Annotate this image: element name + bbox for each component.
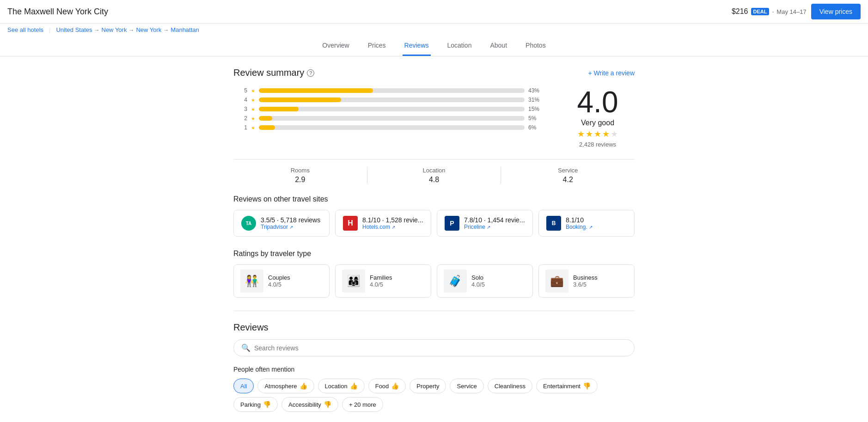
bar-fill-1 xyxy=(259,125,275,130)
breadcrumb-divider: | xyxy=(49,26,50,33)
overall-rating: 4.0 Very good ★ ★ ★ ★ ★ 2,428 reviews xyxy=(561,87,635,148)
svg-text:TA: TA xyxy=(246,221,252,226)
couples-card[interactable]: 👫 Couples 4.0/5 xyxy=(233,264,330,298)
chip-accessibility[interactable]: Accessibility 👎 xyxy=(281,397,338,412)
chip-service[interactable]: Service xyxy=(450,379,483,393)
tab-reviews[interactable]: Reviews xyxy=(403,36,431,56)
families-card[interactable]: 👨‍👩‍👧 Families 4.0/5 xyxy=(335,264,431,298)
chip-entertainment[interactable]: Entertainment 👎 xyxy=(536,379,598,393)
solo-info: Solo 4.0/5 xyxy=(471,274,485,288)
breadcrumb: See all hotels | United States → New Yor… xyxy=(0,24,868,36)
couples-img: 👫 xyxy=(240,269,263,293)
header-right: $216 DEAL · May 14–17 View prices xyxy=(732,4,861,19)
overall-score: 4.0 xyxy=(561,87,635,117)
price-section: $216 DEAL · May 14–17 xyxy=(732,7,807,16)
star-empty-1: ★ xyxy=(611,129,618,139)
bar-container-3 xyxy=(259,107,525,111)
star-1: ★ xyxy=(251,125,255,130)
bar-container-5 xyxy=(259,88,525,93)
rating-bars: 5 ★ 43% 4 ★ 31% 3 ★ xyxy=(233,87,542,134)
tab-prices[interactable]: Prices xyxy=(366,36,388,56)
traveler-types-list: 👫 Couples 4.0/5 👨‍👩‍👧 Families 4.0/5 🧳 S… xyxy=(233,264,635,298)
sub-rating-rooms: Rooms 2.9 xyxy=(233,167,367,184)
rating-section: 5 ★ 43% 4 ★ 31% 3 ★ xyxy=(233,87,635,148)
business-card[interactable]: 💼 Business 3.6/5 xyxy=(538,264,635,298)
bar-container-2 xyxy=(259,116,525,121)
review-summary-title: Review summary ? xyxy=(233,67,314,78)
tab-location[interactable]: Location xyxy=(446,36,474,56)
other-sites-section: Reviews on other travel sites TA 3.5/5 ·… xyxy=(233,195,635,237)
families-img: 👨‍👩‍👧 xyxy=(342,269,365,293)
star-3: ★ xyxy=(251,107,255,112)
rating-row-4: 4 ★ 31% xyxy=(233,97,542,103)
booking-info: 8.1/10 Booking. ↗ xyxy=(566,216,593,230)
view-prices-button[interactable]: View prices xyxy=(811,4,861,19)
tab-photos[interactable]: Photos xyxy=(524,36,548,56)
sub-rating-service: Service 4.2 xyxy=(501,167,635,184)
search-reviews-input[interactable] xyxy=(254,344,627,352)
hotels-icon: H xyxy=(343,216,358,231)
reviews-section: Reviews 🔍 People often mention All Atmos… xyxy=(233,311,635,412)
price-amount: $216 xyxy=(732,7,748,16)
breadcrumb-see-all[interactable]: See all hotels xyxy=(7,26,43,33)
bar-fill-4 xyxy=(259,98,341,102)
bar-fill-3 xyxy=(259,107,299,111)
traveler-types-section: Ratings by traveler type 👫 Couples 4.0/5… xyxy=(233,250,635,298)
other-sites-title: Reviews on other travel sites xyxy=(233,195,635,203)
bar-container-1 xyxy=(259,125,525,130)
sub-rating-location: Location 4.8 xyxy=(367,167,501,184)
review-summary-header: Review summary ? + Write a review xyxy=(233,67,635,78)
info-icon[interactable]: ? xyxy=(307,69,314,77)
deal-badge: DEAL xyxy=(751,8,770,15)
chip-atmosphere[interactable]: Atmosphere 👍 xyxy=(257,379,314,393)
nav-tabs: Overview Prices Reviews Location About P… xyxy=(0,36,868,56)
reviews-title: Reviews xyxy=(233,322,635,333)
breadcrumb-arrow-1: → xyxy=(94,27,100,33)
traveler-types-title: Ratings by traveler type xyxy=(233,250,635,258)
search-reviews-container[interactable]: 🔍 xyxy=(233,339,635,356)
business-info: Business 3.6/5 xyxy=(573,274,598,288)
star-2: ★ xyxy=(251,116,255,121)
bar-container-4 xyxy=(259,98,525,102)
breadcrumb-city[interactable]: New York xyxy=(136,26,161,33)
mention-section: People often mention All Atmosphere 👍 Lo… xyxy=(233,366,635,412)
chip-all[interactable]: All xyxy=(233,379,254,393)
star-filled-3: ★ xyxy=(594,129,601,139)
hotels-card[interactable]: H 8.1/10 · 1,528 revie... Hotels.com ↗ xyxy=(335,210,431,237)
write-review-link[interactable]: + Write a review xyxy=(588,69,635,77)
chip-food[interactable]: Food 👍 xyxy=(368,379,406,393)
main-content: Review summary ? + Write a review 5 ★ 43… xyxy=(226,56,642,422)
tripadvisor-card[interactable]: TA 3.5/5 · 5,718 reviews Tripadvisor ↗ xyxy=(233,210,330,237)
tab-about[interactable]: About xyxy=(488,36,509,56)
couples-info: Couples 4.0/5 xyxy=(268,274,290,288)
breadcrumb-united-states[interactable]: United States xyxy=(56,26,92,33)
chip-property[interactable]: Property xyxy=(410,379,446,393)
hotels-info: 8.1/10 · 1,528 revie... Hotels.com ↗ xyxy=(362,216,423,230)
mention-chips-list: All Atmosphere 👍 Location 👍 Food 👍 Prope… xyxy=(233,379,635,412)
star-filled-1: ★ xyxy=(577,129,585,139)
tripadvisor-icon: TA xyxy=(241,216,256,231)
booking-card[interactable]: B 8.1/10 Booking. ↗ xyxy=(538,210,635,237)
rating-row-2: 2 ★ 5% xyxy=(233,115,542,122)
solo-card[interactable]: 🧳 Solo 4.0/5 xyxy=(437,264,533,298)
breadcrumb-state[interactable]: New York xyxy=(102,26,127,33)
chip-cleanliness[interactable]: Cleanliness xyxy=(488,379,532,393)
breadcrumb-neighborhood[interactable]: Manhattan xyxy=(171,26,199,33)
priceline-icon: P xyxy=(445,216,459,231)
sub-ratings: Rooms 2.9 Location 4.8 Service 4.2 xyxy=(233,159,635,184)
separator: · xyxy=(772,8,774,15)
business-img: 💼 xyxy=(545,269,568,293)
chip-location[interactable]: Location 👍 xyxy=(318,379,365,393)
breadcrumb-arrow-2: → xyxy=(128,27,134,33)
priceline-info: 7.8/10 · 1,454 revie... Priceline ↗ xyxy=(464,216,525,230)
chip-parking[interactable]: Parking 👎 xyxy=(233,397,278,412)
review-count: 2,428 reviews xyxy=(561,141,635,148)
families-info: Families 4.0/5 xyxy=(370,274,392,288)
priceline-card[interactable]: P 7.8/10 · 1,454 revie... Priceline ↗ xyxy=(437,210,533,237)
chip-more[interactable]: + 20 more xyxy=(342,397,383,412)
tab-overview[interactable]: Overview xyxy=(320,36,351,56)
stars-row: ★ ★ ★ ★ ★ xyxy=(561,129,635,139)
travel-sites-list: TA 3.5/5 · 5,718 reviews Tripadvisor ↗ H… xyxy=(233,210,635,237)
date-range: May 14–17 xyxy=(776,8,806,15)
search-icon: 🔍 xyxy=(241,343,251,352)
